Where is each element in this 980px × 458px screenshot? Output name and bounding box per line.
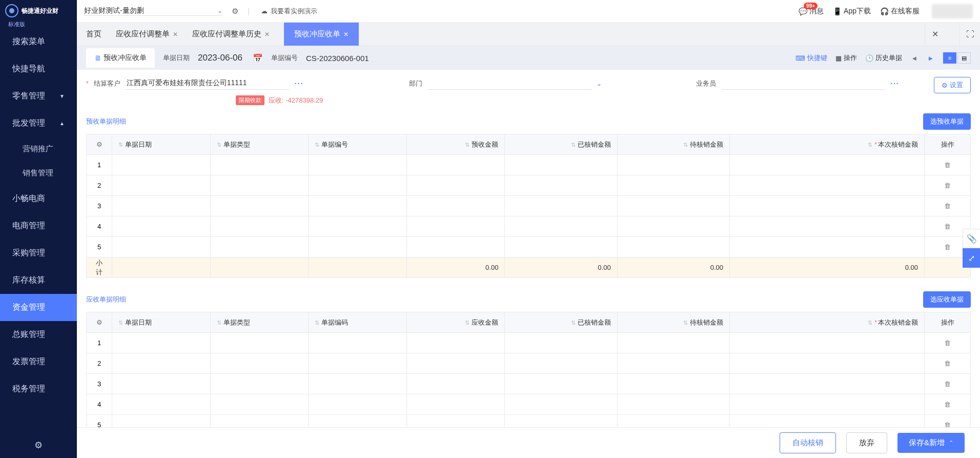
messages-button[interactable]: 💬 消息 99+ <box>799 7 824 16</box>
menu-invoice[interactable]: 发票管理 <box>0 348 77 375</box>
menu-finance[interactable]: 资金管理 <box>0 294 77 321</box>
delete-icon[interactable]: 🗑 <box>944 380 951 388</box>
table-row[interactable]: 5🗑 <box>87 237 971 257</box>
menu-purchase[interactable]: 采购管理 <box>0 240 77 267</box>
menu-sub-promotion[interactable]: 营销推广 <box>0 137 77 161</box>
docno-value: CS-20230606-001 <box>306 54 369 63</box>
lookup-icon[interactable]: ··· <box>890 79 900 88</box>
col-this-amount[interactable]: ⇅*本次核销金额 <box>730 312 925 333</box>
project-selector[interactable]: 好业财测试-量勿删 ⌄ <box>84 6 222 16</box>
auto-settle-button[interactable]: 自动核销 <box>780 432 836 453</box>
table-row[interactable]: 2🗑 <box>87 175 971 196</box>
menu-ecommerce-xc[interactable]: 小畅电商 <box>0 185 77 212</box>
col-ar-amount[interactable]: ⇅应收金额 <box>406 312 505 333</box>
history-button[interactable]: 🕑历史单据 <box>865 53 902 63</box>
doc-tab[interactable]: 🗎 预收冲应收单 <box>86 48 155 68</box>
list-view-button[interactable]: ≡ <box>943 52 956 64</box>
settings-icon[interactable]: ⚙ <box>34 440 43 450</box>
document-header: 🗎 预收冲应收单 单据日期 2023-06-06 📅 单据编号 CS-20230… <box>77 46 980 70</box>
table-row[interactable]: 2🗑 <box>87 353 971 374</box>
operations-button[interactable]: ▦操作 <box>835 53 857 63</box>
col-date[interactable]: ⇅单据日期 <box>112 134 211 155</box>
menu-sub-sales[interactable]: 销售管理 <box>0 161 77 185</box>
menu-inventory[interactable]: 库存核算 <box>0 267 77 294</box>
delete-icon[interactable]: 🗑 <box>944 360 951 367</box>
hotkey-button[interactable]: ⌨快捷键 <box>795 53 827 63</box>
delete-icon[interactable]: 🗑 <box>944 161 951 169</box>
dept-label: 部门 <box>409 79 422 88</box>
close-icon[interactable]: ✕ <box>264 31 270 38</box>
date-label: 单据日期 <box>163 53 190 63</box>
customer-service-button[interactable]: 🎧 在线客服 <box>880 7 920 16</box>
prev-doc-button[interactable]: ◀ <box>910 55 918 61</box>
attachment-icon[interactable]: 📎 <box>963 229 980 248</box>
calendar-icon[interactable]: 📅 <box>253 53 263 63</box>
user-avatar[interactable] <box>932 4 973 18</box>
col-type[interactable]: ⇅单据类型 <box>210 312 309 333</box>
menu-retail[interactable]: 零售管理▼ <box>0 83 77 110</box>
col-settled-amount[interactable]: ⇅已核销金额 <box>505 312 617 333</box>
fullscreen-toggle[interactable]: ⛶ <box>959 23 980 46</box>
table-row[interactable]: 1🗑 <box>87 155 971 175</box>
chevron-down-icon: ⌄ <box>217 7 222 14</box>
delete-icon[interactable]: 🗑 <box>944 202 951 210</box>
dept-field-group: 部门 ⌄ <box>409 77 655 90</box>
delete-icon[interactable]: 🗑 <box>944 223 951 230</box>
menu-search[interactable]: 搜索菜单 <box>0 28 77 55</box>
app-download-button[interactable]: 📱 App下载 <box>833 7 871 16</box>
select-ar-button[interactable]: 选应收单据 <box>923 291 971 308</box>
close-icon[interactable]: ✕ <box>343 31 349 38</box>
menu-wholesale[interactable]: 批发管理▲ <box>0 110 77 137</box>
select-prepay-button[interactable]: 选预收单据 <box>923 113 971 130</box>
table-row[interactable]: 1🗑 <box>87 333 971 353</box>
col-docno[interactable]: ⇅单据编号 <box>309 134 407 155</box>
lookup-icon[interactable]: ··· <box>295 79 304 88</box>
close-icon[interactable]: ✕ <box>173 31 178 38</box>
customer-input[interactable] <box>126 77 290 90</box>
save-new-button[interactable]: 保存&新增 ⌃ <box>897 433 965 453</box>
delete-icon[interactable]: 🗑 <box>944 182 951 189</box>
menu-tax[interactable]: 税务管理 <box>0 375 77 403</box>
table-row[interactable]: 5🗑 <box>87 415 971 428</box>
chevron-up-icon: ⌃ <box>949 440 953 446</box>
tab-adjustment-history[interactable]: 应收应付调整单历史✕ <box>192 23 270 46</box>
card-view-button[interactable]: ▤ <box>957 52 971 64</box>
close-all-tabs[interactable]: ✕ <box>925 23 945 46</box>
table-row[interactable]: 4🗑 <box>87 394 971 415</box>
table-settings-icon[interactable]: ⚙ <box>87 312 112 333</box>
tab-prepay-offset[interactable]: 预收冲应收单✕ <box>284 23 359 46</box>
table-row[interactable]: 4🗑 <box>87 216 971 237</box>
col-prepay-amount[interactable]: ⇅预收金额 <box>406 134 505 155</box>
delete-icon[interactable]: 🗑 <box>944 243 951 251</box>
col-type[interactable]: ⇅单据类型 <box>210 134 309 155</box>
table-settings-icon[interactable]: ⚙ <box>87 134 112 155</box>
discard-button[interactable]: 放弃 <box>846 432 887 453</box>
menu-gl[interactable]: 总账管理 <box>0 321 77 348</box>
col-pending-amount[interactable]: ⇅待核销金额 <box>617 312 729 333</box>
project-settings-icon[interactable]: ⚙ <box>232 7 238 16</box>
date-value[interactable]: 2023-06-06 <box>198 53 242 63</box>
next-doc-button[interactable]: ▶ <box>927 55 935 61</box>
col-settled-amount[interactable]: ⇅已核销金额 <box>505 134 617 155</box>
tab-home[interactable]: 首页 <box>86 23 101 46</box>
chevron-down-icon[interactable]: ⌄ <box>597 80 602 87</box>
demo-link[interactable]: ☁ 我要看实例演示 <box>261 7 317 16</box>
menu-quicknav[interactable]: 快捷导航 <box>0 55 77 83</box>
delete-icon[interactable]: 🗑 <box>944 421 951 427</box>
col-date[interactable]: ⇅单据日期 <box>112 312 211 333</box>
delete-icon[interactable]: 🗑 <box>944 401 951 408</box>
ar-section: 应收单据明细 选应收单据 ⚙ ⇅单据日期 ⇅单据类型 ⇅单据编码 ⇅应收金额 ⇅… <box>77 288 980 427</box>
col-this-amount[interactable]: ⇅*本次核销金额 <box>730 134 925 155</box>
menu-ecommerce[interactable]: 电商管理 <box>0 212 77 240</box>
dept-input[interactable] <box>427 77 591 90</box>
col-op: 操作 <box>925 312 971 333</box>
expand-icon[interactable]: ⤢ <box>963 248 980 268</box>
table-row[interactable]: 3🗑 <box>87 374 971 394</box>
table-row[interactable]: 3🗑 <box>87 196 971 216</box>
delete-icon[interactable]: 🗑 <box>944 339 951 347</box>
settings-button[interactable]: ⚙ 设置 <box>934 77 971 93</box>
col-doccode[interactable]: ⇅单据编码 <box>309 312 407 333</box>
tab-adjustment[interactable]: 应收应付调整单✕ <box>116 23 178 46</box>
sales-input[interactable] <box>721 77 885 90</box>
col-pending-amount[interactable]: ⇅待核销金额 <box>617 134 729 155</box>
